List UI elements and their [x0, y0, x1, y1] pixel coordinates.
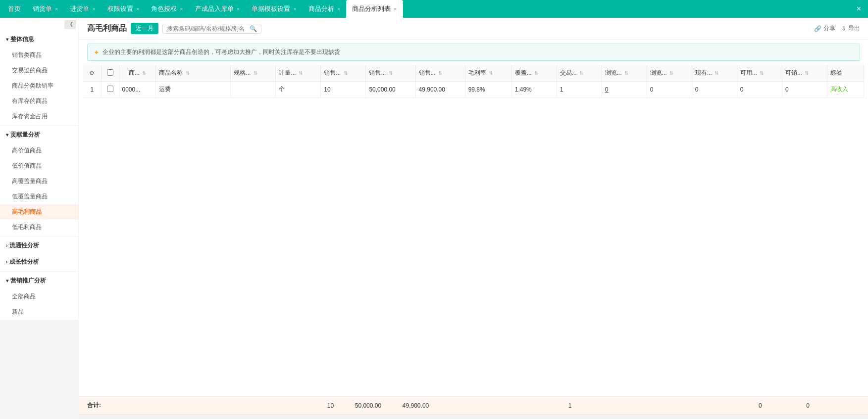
sidebar-item-high-value[interactable]: 高价值商品: [0, 143, 79, 158]
cell-index: 1: [83, 82, 101, 97]
search-box: 🔍: [162, 24, 261, 34]
sidebar-item-high-margin[interactable]: 高毛利商品: [0, 204, 79, 220]
col-current-stock[interactable]: 现有... ⇅: [692, 65, 737, 82]
tab-sales-order[interactable]: 销货单 ×: [27, 0, 64, 18]
col-code[interactable]: 商... ⇅: [119, 65, 156, 82]
col-available-stock[interactable]: 可用... ⇅: [737, 65, 782, 82]
arrow-marketing: ▾: [6, 278, 8, 283]
cell-sales-profit: 49,900.00: [415, 82, 465, 97]
settings-icon[interactable]: ⚙: [89, 70, 95, 77]
sidebar-item-stock-fund[interactable]: 库存资金占用: [0, 109, 79, 124]
tab-role-auth[interactable]: 角色授权 ×: [145, 0, 189, 18]
cell-browse1[interactable]: 0: [602, 82, 647, 97]
col-transaction[interactable]: 交易... ⇅: [557, 65, 602, 82]
divider-1: [0, 125, 79, 126]
sort-unit-icon: ⇅: [299, 70, 303, 76]
close-role-auth[interactable]: ×: [180, 6, 183, 12]
sidebar-item-in-stock[interactable]: 有库存的商品: [0, 93, 79, 109]
cell-checkbox[interactable]: [101, 82, 119, 97]
footer-transaction: 1: [527, 402, 574, 409]
browse1-link[interactable]: 0: [605, 86, 609, 93]
sort-transaction-icon: ⇅: [579, 70, 583, 76]
col-settings[interactable]: ⚙: [83, 65, 101, 82]
tab-product-analysis-list[interactable]: 商品分析列表 ×: [346, 0, 403, 18]
close-sales-order[interactable]: ×: [55, 6, 58, 12]
info-banner: ✦ 企业的主要的利润都是这部分商品创造的，可考虑加大推广，同时关注库存是不要出现…: [87, 44, 860, 61]
col-name[interactable]: 商品名称 ⇅: [156, 65, 231, 82]
cell-gross-rate: 99.8%: [465, 82, 511, 97]
select-all-checkbox[interactable]: [107, 69, 113, 76]
tab-purchase-order[interactable]: 进货单 ×: [64, 0, 101, 18]
col-sales-qty[interactable]: 销售... ⇅: [321, 65, 366, 82]
sort-available-stock-icon: ⇅: [760, 70, 764, 76]
col-unit[interactable]: 计量... ⇅: [276, 65, 321, 82]
sidebar-section-marketing[interactable]: ▾ 营销推广分析: [0, 273, 79, 289]
info-icon: ✦: [94, 48, 100, 56]
cell-transaction: 1: [557, 82, 602, 97]
col-gross-rate[interactable]: 毛利率 ⇅: [465, 65, 511, 82]
close-template-settings[interactable]: ×: [293, 6, 296, 12]
col-browse1[interactable]: 浏览... ⇅: [602, 65, 647, 82]
sidebar-item-sales-goods[interactable]: 销售类商品: [0, 47, 79, 63]
close-all-tabs[interactable]: ×: [852, 4, 866, 13]
sidebar-item-category-rate[interactable]: 商品分类助销率: [0, 78, 79, 93]
footer-salable-stock: 0: [765, 402, 813, 409]
col-spec[interactable]: 规格... ⇅: [231, 65, 276, 82]
arrow-liquidity: ›: [6, 243, 7, 248]
close-purchase-order[interactable]: ×: [92, 6, 95, 12]
sort-spec-icon: ⇅: [254, 70, 257, 76]
close-product-analysis[interactable]: ×: [337, 6, 340, 12]
cell-coverage: 1.49%: [511, 82, 557, 97]
date-filter-button[interactable]: 近一月: [131, 23, 158, 34]
footer-label: 合计:: [87, 401, 101, 410]
close-product-analysis-list[interactable]: ×: [394, 6, 397, 12]
close-permission-settings[interactable]: ×: [136, 6, 139, 12]
cell-browse2: 0: [647, 82, 692, 97]
col-salable-stock[interactable]: 可销... ⇅: [782, 65, 827, 82]
table-container[interactable]: ⚙ 商... ⇅ 商品名称 ⇅: [79, 65, 868, 396]
sidebar-item-low-margin[interactable]: 低毛利商品: [0, 220, 79, 235]
sidebar-collapse-btn[interactable]: 《: [64, 20, 76, 29]
col-checkbox: [101, 65, 119, 82]
sidebar-item-all-goods[interactable]: 全部商品: [0, 289, 79, 304]
tab-product-inbound[interactable]: 产成品入库单 ×: [189, 0, 246, 18]
sidebar-section-contribution[interactable]: ▾ 贡献量分析: [0, 127, 79, 143]
sidebar-item-traded-goods[interactable]: 交易过的商品: [0, 63, 79, 78]
tab-template-settings[interactable]: 单据模板设置 ×: [246, 0, 302, 18]
sidebar-item-high-coverage[interactable]: 高覆盖量商品: [0, 174, 79, 189]
arrow-growth: ›: [6, 259, 7, 265]
top-navigation: 首页 销货单 × 进货单 × 权限设置 × 角色授权 × 产成品入库单 × 单据…: [0, 0, 868, 18]
footer-sales-profit: 49,900.00: [384, 402, 432, 409]
search-icon[interactable]: 🔍: [250, 25, 257, 32]
sort-code-icon: ⇅: [142, 70, 146, 76]
col-sales-profit[interactable]: 销售... ⇅: [415, 65, 465, 82]
sort-sales-amount-icon: ⇅: [389, 70, 393, 76]
sort-browse1-icon: ⇅: [624, 70, 628, 76]
share-button[interactable]: 🔗 分享: [814, 24, 835, 33]
cell-code: 0000...: [119, 82, 156, 97]
export-button[interactable]: ⇩ 导出: [841, 24, 860, 33]
row-checkbox[interactable]: [107, 86, 113, 92]
share-icon: 🔗: [814, 25, 821, 32]
sidebar-section-overall[interactable]: ▾ 整体信息: [0, 31, 79, 47]
col-coverage[interactable]: 覆盖... ⇅: [511, 65, 557, 82]
sidebar: 《 ▾ 整体信息 销售类商品 交易过的商品 商品分类助销率 有库存的商品 库存资…: [0, 18, 79, 320]
sort-sales-profit-icon: ⇅: [438, 70, 442, 76]
sidebar-section-growth[interactable]: › 成长性分析: [0, 254, 79, 270]
content-header: 高毛利商品 近一月 🔍 🔗 分享 ⇩ 导出: [79, 18, 868, 40]
sidebar-item-new-goods[interactable]: 新品: [0, 304, 79, 320]
tab-permission-settings[interactable]: 权限设置 ×: [102, 0, 145, 18]
sidebar-item-low-value[interactable]: 低价值商品: [0, 158, 79, 174]
sidebar-section-liquidity[interactable]: › 流通性分析: [0, 237, 79, 254]
arrow-contribution: ▾: [6, 132, 8, 138]
header-actions: 🔗 分享 ⇩ 导出: [814, 24, 860, 33]
search-input[interactable]: [167, 25, 248, 32]
col-browse2[interactable]: 浏览... ⇅: [647, 65, 692, 82]
sidebar-item-low-coverage[interactable]: 低覆盖量商品: [0, 189, 79, 204]
tab-home[interactable]: 首页: [2, 0, 27, 18]
tab-product-analysis[interactable]: 商品分析 ×: [303, 0, 346, 18]
close-product-inbound[interactable]: ×: [237, 6, 240, 12]
col-sales-amount[interactable]: 销售... ⇅: [366, 65, 415, 82]
export-icon: ⇩: [841, 25, 846, 32]
horizontal-scrollbar[interactable]: [79, 414, 868, 419]
